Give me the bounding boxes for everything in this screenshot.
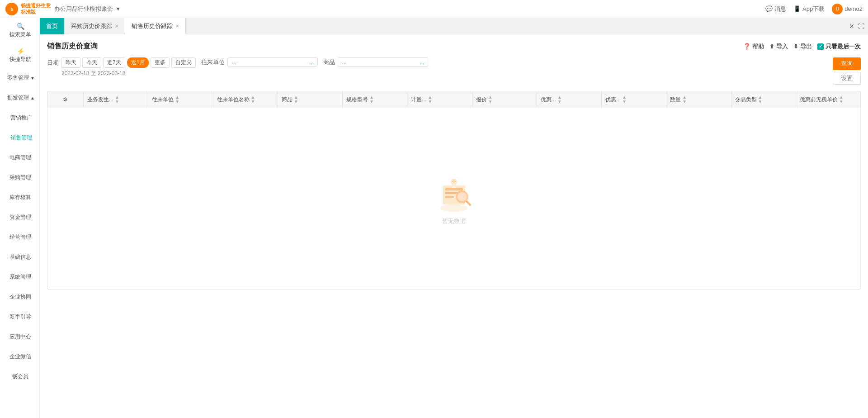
tab-purchase[interactable]: 采购历史价跟踪 ✕ [65, 18, 125, 34]
tab-close-all-button[interactable]: ✕ [849, 23, 854, 30]
tab-maximize-button[interactable]: ⛶ [858, 23, 864, 30]
svg-text:6: 6 [10, 7, 13, 12]
partner-input-wrap: ... [227, 57, 318, 67]
checkbox-icon: ✓ [817, 43, 824, 50]
sidebar-item-appcenter[interactable]: 应用中心 [0, 327, 39, 347]
sort-icon-discount1: ▲▼ [557, 95, 562, 104]
avatar-icon: D [832, 4, 843, 14]
filter-area: 日期 昨天 今天 近7天 近1月 更多 自定义 2023-02-18 [47, 57, 861, 85]
sidebar-item-system[interactable]: 系统管理 [0, 267, 39, 287]
sidebar-item-inventory[interactable]: 库存核算 [0, 187, 39, 207]
partner-input[interactable] [231, 59, 308, 66]
date-btn-custom[interactable]: 自定义 [171, 57, 196, 68]
main-area: 首页 采购历史价跟踪 ✕ 销售历史价跟踪 ✕ ✕ ⛶ 销售历史价查询 [40, 18, 868, 418]
empty-illustration [431, 172, 476, 217]
svg-rect-4 [445, 188, 463, 190]
th-biz-date[interactable]: 业务发生... ▲▼ [84, 91, 148, 108]
sidebar-item-ecommerce[interactable]: 电商管理 [0, 147, 39, 167]
sidebar-item-search[interactable]: 🔍 搜索菜单 [0, 18, 39, 43]
goods-more[interactable]: ... [420, 59, 424, 66]
sidebar-item-purchase[interactable]: 采购管理 [0, 167, 39, 187]
tab-bar: 首页 采购历史价跟踪 ✕ 销售历史价跟踪 ✕ ✕ ⛶ [40, 18, 868, 34]
th-quote[interactable]: 报价 ▲▼ [472, 91, 537, 108]
setting-button[interactable]: 设置 [833, 72, 861, 85]
layout: 🔍 搜索菜单 ⚡ 快捷导航 零售管理 ▼ 批发管理 ▲ 营销推广 销售管理 电商… [0, 18, 868, 418]
sidebar-item-wechat[interactable]: 企业微信 [0, 347, 39, 366]
goods-input[interactable] [342, 59, 419, 66]
top-bar-left: 6 畅捷通好生意 标准版 办公用品行业模拟账套 ▾ [5, 3, 120, 15]
sort-icon-spec: ▲▼ [369, 95, 374, 104]
tab-home[interactable]: 首页 [40, 18, 65, 34]
date-btn-7days[interactable]: 近7天 [103, 57, 125, 68]
goods-filter: 商品 ... [323, 57, 428, 67]
export-button[interactable]: ⬇ 导出 [793, 43, 812, 51]
svg-point-10 [451, 179, 457, 185]
date-label: 日期 [47, 59, 59, 67]
sidebar-item-guide[interactable]: 新手引导 [0, 307, 39, 327]
sidebar-item-quicknav[interactable]: ⚡ 快捷导航 [0, 43, 39, 68]
logo-area: 6 畅捷通好生意 标准版 [5, 3, 51, 15]
sort-icon-discount2: ▲▼ [622, 95, 627, 104]
query-button[interactable]: 查询 [833, 57, 861, 70]
th-partner-code[interactable]: 往来单位 ▲▼ [148, 91, 213, 108]
svg-rect-5 [445, 192, 458, 194]
sort-icon-quote: ▲▼ [488, 95, 493, 104]
partner-more[interactable]: ... [309, 59, 314, 66]
th-spec[interactable]: 规格型号 ▲▼ [343, 91, 407, 108]
sidebar-item-operations[interactable]: 经营管理 [0, 227, 39, 247]
date-btn-1month[interactable]: 近1月 [127, 57, 149, 68]
tab-sales[interactable]: 销售历史价跟踪 ✕ [125, 18, 186, 34]
dropdown-chevron[interactable]: ▾ [117, 5, 120, 12]
sidebar-item-enterprise[interactable]: 企业协同 [0, 287, 39, 307]
import-button[interactable]: ⬆ 导入 [769, 43, 788, 51]
empty-text: 暂无数据 [442, 217, 466, 225]
message-icon: 💬 [765, 5, 773, 12]
sidebar-sub-marketing[interactable]: 营销推广 [0, 108, 39, 128]
filter-actions: 查询 设置 [833, 57, 861, 85]
date-btn-yesterday[interactable]: 昨天 [61, 57, 80, 68]
sidebar-sub-sales[interactable]: 销售管理 [0, 128, 39, 147]
chevron-down-icon: ▼ [30, 76, 35, 81]
sidebar-item-wholesale[interactable]: 批发管理 ▲ [0, 88, 39, 108]
th-discount1[interactable]: 优惠... ▲▼ [537, 91, 602, 108]
table-header: ⚙ 业务发生... ▲▼ 往来单位 ▲▼ 往来单位名称 ▲▼ [47, 91, 860, 108]
th-gear[interactable]: ⚙ [47, 93, 84, 106]
date-filter-row: 日期 昨天 今天 近7天 近1月 更多 自定义 [47, 57, 196, 68]
svg-line-9 [467, 201, 470, 205]
help-button[interactable]: ❓ 帮助 [743, 43, 764, 51]
sidebar: 🔍 搜索菜单 ⚡ 快捷导航 零售管理 ▼ 批发管理 ▲ 营销推广 销售管理 电商… [0, 18, 40, 418]
page-title: 销售历史价查询 [47, 42, 98, 51]
only-last-checkbox[interactable]: ✓ 只看最后一次 [817, 43, 861, 51]
user-avatar[interactable]: D demo2 [832, 4, 863, 14]
date-buttons: 昨天 今天 近7天 近1月 更多 自定义 [61, 57, 196, 68]
app-download-button[interactable]: 📱 App下载 [793, 5, 825, 13]
goods-input-wrap: ... [338, 57, 428, 67]
top-bar-right: 💬 消息 📱 App下载 D demo2 [765, 4, 863, 14]
sidebar-item-finance[interactable]: 资金管理 [0, 207, 39, 227]
tab-sales-close[interactable]: ✕ [175, 24, 179, 28]
date-btn-today[interactable]: 今天 [82, 57, 101, 68]
sidebar-item-member[interactable]: 畅会员 [0, 366, 39, 386]
sort-icon-qty: ▲▼ [682, 95, 687, 104]
th-qty[interactable]: 数量 ▲▼ [666, 91, 731, 108]
data-table: ⚙ 业务发生... ▲▼ 往来单位 ▲▼ 往来单位名称 ▲▼ [47, 91, 861, 290]
tab-purchase-close[interactable]: ✕ [115, 24, 118, 28]
logo-icon: 6 [5, 3, 18, 15]
th-goods[interactable]: 商品 ▲▼ [278, 91, 343, 108]
sort-icon-goods: ▲▼ [294, 95, 298, 104]
th-pretax[interactable]: 优惠前无税单价 ▲▼ [796, 91, 860, 108]
help-icon: ❓ [743, 43, 750, 50]
sidebar-item-retail[interactable]: 零售管理 ▼ [0, 68, 39, 88]
svg-rect-6 [445, 196, 454, 198]
message-button[interactable]: 💬 消息 [765, 5, 786, 13]
th-unit[interactable]: 计量... ▲▼ [407, 91, 472, 108]
th-trade-type[interactable]: 交易类型 ▲▼ [731, 91, 796, 108]
app-icon: 📱 [793, 5, 801, 12]
tab-bar-actions: ✕ ⛶ [845, 23, 868, 30]
logo-text: 畅捷通好生意 标准版 [21, 3, 51, 14]
sidebar-item-basic[interactable]: 基础信息 [0, 247, 39, 267]
th-discount2[interactable]: 优惠... ▲▼ [602, 91, 666, 108]
date-btn-more[interactable]: 更多 [151, 57, 170, 68]
th-partner-name[interactable]: 往来单位名称 ▲▼ [213, 91, 278, 108]
page-title-actions: ❓ 帮助 ⬆ 导入 ⬇ 导出 ✓ 只看最后一次 [743, 43, 861, 51]
